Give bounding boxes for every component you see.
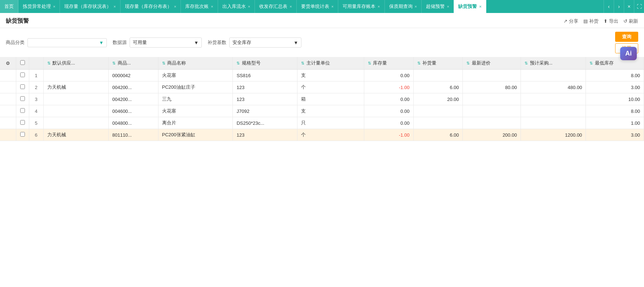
tab-close-picking[interactable]: ×	[53, 4, 55, 9]
tab-close-shortage[interactable]: ×	[479, 4, 481, 9]
row-min-stock-4: 1.00	[586, 117, 644, 129]
tab-bar: 首页 拣货异常处理 × 现存量（库存状况表） × 现存量（库存分布表） × 库存…	[0, 0, 644, 13]
row-num-4: 5	[29, 117, 43, 129]
row-check-4[interactable]	[20, 120, 25, 125]
row-checkbox-5[interactable]	[16, 129, 29, 141]
row-stock-5: -1.00	[364, 129, 413, 141]
header-actions: ↗ 分享 ▤ 补货 ⬆ 导出 ↺ 刷新	[564, 18, 638, 25]
table-row: 5 004800... 离合片 DS250*23c... 只 0.00 1.00	[0, 117, 644, 129]
row-check-3[interactable]	[20, 108, 25, 113]
row-stock-4: 0.00	[364, 117, 413, 129]
row-checkbox-1[interactable]	[16, 81, 29, 93]
sort-icon-price: ⇅	[466, 61, 470, 65]
tab-close-inventory-distribution[interactable]: ×	[174, 4, 176, 9]
row-check-0[interactable]	[20, 72, 25, 77]
tab-demand[interactable]: 要货单统计表 ×	[297, 0, 338, 13]
row-unit-5: 个	[297, 129, 364, 141]
page-header: 缺货预警 ↗ 分享 ▤ 补货 ⬆ 导出 ↺ 刷新	[0, 13, 644, 28]
datasource-select[interactable]: 可用量 ▼	[130, 37, 202, 48]
tab-nav-controls: ‹ › × ⛶	[604, 0, 644, 13]
tab-summary[interactable]: 收发存汇总表 ×	[255, 0, 296, 13]
share-button[interactable]: ↗ 分享	[564, 18, 578, 25]
column-goods-code[interactable]: ⇅ 商品...	[108, 57, 158, 70]
row-spec-4: DS250*23c...	[233, 117, 297, 129]
tab-batch-account[interactable]: 库存批次账 ×	[181, 0, 218, 13]
column-replenish[interactable]: ⇅ 补货量	[413, 57, 463, 70]
row-unit-4: 只	[297, 117, 364, 129]
row-name-0: 火花塞	[158, 70, 233, 81]
ai-badge[interactable]: Ai	[620, 47, 637, 60]
tab-overstock[interactable]: 超储预警 ×	[422, 0, 454, 13]
row-estimated-0	[521, 70, 586, 81]
row-checkbox-0[interactable]	[16, 70, 29, 81]
replenish-button[interactable]: ▤ 补货	[583, 18, 599, 25]
column-row-num	[29, 57, 43, 70]
row-estimated-5: 1200.00	[521, 129, 586, 141]
column-default-supplier[interactable]: ⇅ 默认供应...	[43, 57, 108, 70]
tab-expiry[interactable]: 保质期查询 ×	[385, 0, 422, 13]
replenish-select[interactable]: 安全库存 ▼	[229, 37, 301, 48]
table-row: 3 004200... 三九 123 箱 0.00 20.00 10.00	[0, 93, 644, 105]
page-container: 缺货预警 ↗ 分享 ▤ 补货 ⬆ 导出 ↺ 刷新 商品分类	[0, 13, 644, 287]
column-spec[interactable]: ⇅ 规格型号	[233, 57, 297, 70]
column-estimated-purchase[interactable]: ⇅ 预计采购...	[521, 57, 586, 70]
tab-nav-next[interactable]: ›	[614, 0, 624, 13]
tab-flow[interactable]: 出入库流水 ×	[218, 0, 255, 13]
export-icon: ⬆	[604, 18, 608, 24]
row-latest-price-4	[463, 117, 521, 129]
gear-icon: ⚙	[6, 61, 10, 66]
tab-available-stock[interactable]: 可用量库存账本 ×	[338, 0, 384, 13]
row-check-5[interactable]	[20, 132, 25, 137]
tab-close-all[interactable]: ×	[624, 0, 634, 13]
tab-close-demand[interactable]: ×	[331, 4, 334, 9]
tab-close-expiry[interactable]: ×	[415, 4, 417, 9]
row-name-3: 火花塞	[158, 105, 233, 117]
column-checkbox[interactable]	[16, 57, 29, 70]
tab-fullscreen[interactable]: ⛶	[634, 0, 644, 13]
row-code-0: 0000042	[108, 70, 158, 81]
row-checkbox-3[interactable]	[16, 105, 29, 117]
column-gear[interactable]: ⚙	[0, 57, 16, 70]
row-min-stock-5: 3.00	[586, 129, 644, 141]
tab-close-flow[interactable]: ×	[248, 4, 250, 9]
tab-home[interactable]: 首页	[0, 0, 18, 13]
row-min-stock-3: 8.00	[586, 105, 644, 117]
row-gear-2	[0, 93, 16, 105]
row-checkbox-4[interactable]	[16, 117, 29, 129]
column-stock[interactable]: ⇅ 库存量	[364, 57, 413, 70]
row-latest-price-3	[463, 105, 521, 117]
tab-close-summary[interactable]: ×	[290, 4, 292, 9]
row-estimated-4	[521, 117, 586, 129]
column-unit[interactable]: ⇅ 主计量单位	[297, 57, 364, 70]
row-checkbox-2[interactable]	[16, 93, 29, 105]
refresh-button[interactable]: ↺ 刷新	[623, 18, 638, 25]
tab-close-batch-account[interactable]: ×	[211, 4, 213, 9]
tab-inventory-status[interactable]: 现存量（库存状况表） ×	[60, 0, 120, 13]
tab-picking[interactable]: 拣货异常处理 ×	[18, 0, 60, 13]
query-button[interactable]: 查询	[615, 32, 638, 42]
row-check-2[interactable]	[20, 96, 25, 101]
tab-inventory-distribution[interactable]: 现存量（库存分布表） ×	[121, 0, 181, 13]
replenish-icon: ▤	[583, 18, 588, 24]
select-all-checkbox[interactable]	[20, 60, 25, 65]
tab-nav-prev[interactable]: ‹	[604, 0, 614, 13]
row-min-stock-2: 10.00	[586, 93, 644, 105]
table-row: 4 004600... 火花塞 J7092 支 0.00 8.00	[0, 105, 644, 117]
row-supplier-1: 力天机械	[43, 81, 108, 93]
column-latest-price[interactable]: ⇅ 最新进价	[463, 57, 521, 70]
replenish-filter-group: 补货基数 安全库存 ▼	[208, 37, 301, 48]
tab-close-inventory-status[interactable]: ×	[113, 4, 116, 9]
row-latest-price-0	[463, 70, 521, 81]
filter-bar: 商品分类 ▼ 数据源 可用量 ▼ 补货基数 安全库存 ▼ 查询 设置	[0, 28, 644, 57]
export-button[interactable]: ⬆ 导出	[604, 18, 618, 25]
row-check-1[interactable]	[20, 84, 25, 89]
tab-close-available-stock[interactable]: ×	[378, 4, 380, 9]
row-supplier-3	[43, 105, 108, 117]
tab-shortage[interactable]: 缺货预警 ×	[454, 0, 486, 13]
row-supplier-5: 力天机械	[43, 129, 108, 141]
tab-close-overstock[interactable]: ×	[447, 4, 449, 9]
row-name-2: 三九	[158, 93, 233, 105]
category-select[interactable]: ▼	[27, 38, 107, 47]
row-unit-2: 箱	[297, 93, 364, 105]
column-goods-name[interactable]: ⇅ 商品名称	[158, 57, 233, 70]
